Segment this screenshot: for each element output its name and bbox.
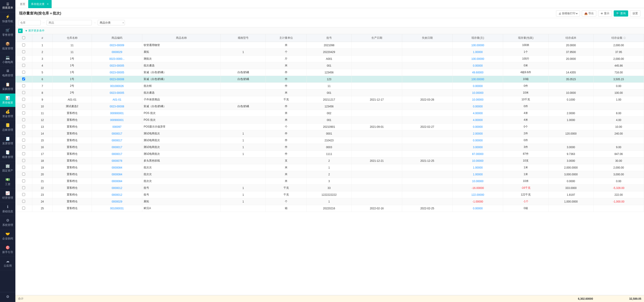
row-qty[interactable]: -16.00000 — [452, 185, 503, 191]
row-qty[interactable]: 87.00000 — [452, 151, 503, 158]
sidebar-item-retail[interactable]: 🛒 零售管理 — [0, 26, 16, 39]
sidebar-item-basic-info[interactable]: ℹ 基础信息 — [0, 202, 16, 216]
row-qty[interactable]: 1.00000 — [452, 171, 503, 178]
search-button[interactable]: 🔍 查询 — [614, 11, 628, 17]
row-checkbox[interactable] — [22, 44, 25, 46]
row-checkbox[interactable] — [22, 98, 25, 101]
row-checkbox[interactable] — [22, 132, 25, 135]
sidebar-item-fixed-assets[interactable]: 🏢 固定资产 — [0, 162, 16, 175]
row-qty[interactable]: 0.00000 — [452, 103, 503, 110]
row-qty[interactable]: 10.00000 — [452, 178, 503, 185]
row-sku[interactable]: 0023-00005 — [92, 69, 142, 76]
row-sku[interactable]: 0000078 — [92, 158, 142, 164]
sidebar-item-shortcut[interactable]: ⚡ 快捷导航 — [0, 12, 16, 26]
row-sku[interactable]: 0000017 — [92, 137, 142, 144]
row-qty[interactable]: 0.00000 — [452, 137, 503, 144]
select-all-checkbox[interactable] — [22, 36, 25, 39]
row-sku[interactable]: 0023-00005 — [92, 62, 142, 69]
row-qty[interactable]: 100.00000 — [452, 42, 503, 49]
row-sku[interactable]: 0000012 — [92, 185, 142, 191]
export-button[interactable]: 📤 导出 — [582, 11, 596, 17]
row-checkbox[interactable] — [22, 186, 25, 189]
row-sku[interactable]: 0000017 — [92, 144, 142, 151]
row-checkbox[interactable] — [22, 180, 25, 182]
row-qty[interactable]: 0.00000 — [452, 123, 503, 130]
row-qty[interactable]: -1.00000 — [452, 198, 503, 205]
row-sku[interactable]: 0023-00009 — [92, 42, 142, 49]
row-checkbox[interactable] — [22, 152, 25, 155]
sidebar-item-inventory[interactable]: 📊 库存核算 — [0, 94, 16, 107]
display-button[interactable]: 👁 显示 — [598, 11, 612, 17]
sidebar-item-system[interactable]: ⚙ 系统管理 — [0, 216, 16, 229]
row-checkbox[interactable] — [22, 118, 25, 121]
tab-inventory-batch[interactable]: 库存批次查 ✕ — [28, 0, 52, 8]
sidebar-item-small-ecom[interactable]: 💻 小额电商 — [0, 53, 16, 67]
row-checkbox[interactable] — [22, 125, 25, 128]
row-qty[interactable]: 10.00000 — [452, 158, 503, 164]
total-info-icon[interactable]: ⓘ — [624, 37, 626, 39]
row-checkbox[interactable] — [22, 111, 25, 114]
print-template-button[interactable]: 🖨 按模板打印 ▾ — [556, 11, 580, 17]
row-qty[interactable]: 0.00000 — [452, 83, 503, 89]
row-checkbox[interactable] — [22, 200, 25, 203]
row-sku[interactable]: 0000084 — [92, 178, 142, 185]
row-checkbox[interactable] — [22, 145, 25, 148]
row-sku[interactable]: 0000084 — [92, 171, 142, 178]
row-sku[interactable]: 0000017 — [92, 151, 142, 158]
sidebar-search[interactable]: ☰ 搜索菜单 — [0, 0, 16, 12]
sidebar-item-cloud[interactable]: ☁ 云应用 — [0, 257, 16, 270]
tab-home[interactable]: 首页 — [17, 0, 28, 8]
row-sku[interactable]: 0023-00005 — [92, 89, 142, 96]
row-qty[interactable]: 10.00000 — [452, 96, 503, 103]
row-sku[interactable]: 000900001 — [92, 110, 142, 117]
sidebar-item-ledger[interactable]: 📒 总账管理 — [0, 121, 16, 134]
row-qty[interactable]: 100.00000 — [452, 56, 503, 62]
row-checkbox[interactable] — [22, 64, 25, 67]
row-qty[interactable]: 4.00000 — [452, 117, 503, 123]
row-qty[interactable]: 0.00000 — [452, 62, 503, 69]
sidebar-item-ecom[interactable]: 🖥 电商管理 — [0, 67, 16, 80]
row-checkbox[interactable] — [22, 207, 25, 210]
product-input[interactable] — [46, 20, 92, 25]
tab-close-button[interactable]: ✕ — [46, 3, 49, 6]
row-sku[interactable]: 000900001 — [92, 117, 142, 123]
row-sku[interactable]: A01-01 — [92, 96, 142, 103]
sidebar-item-collab[interactable]: 🤝 企业协同 — [0, 229, 16, 243]
row-sku[interactable]: 001000026 — [92, 83, 142, 89]
row-sku[interactable]: 0023-0000... — [92, 56, 142, 62]
row-qty[interactable]: 49.60000 — [452, 69, 503, 76]
sidebar-settings[interactable]: ⚙ — [0, 292, 16, 302]
sidebar-item-purchase[interactable]: 📋 采购管理 — [0, 80, 16, 94]
row-qty[interactable]: 122.00000 — [452, 191, 503, 198]
row-qty[interactable]: 1.00000 — [452, 49, 503, 56]
sidebar-item-wholesale[interactable]: 📦 批发管理 — [0, 39, 16, 53]
row-qty[interactable]: 0.00000 — [452, 205, 503, 212]
sidebar-item-management[interactable]: 📈 经营管理 — [0, 189, 16, 202]
row-sku[interactable]: 0000017 — [92, 130, 142, 137]
row-sku[interactable]: 0000029 — [92, 49, 142, 56]
row-sku[interactable]: 0023-00008 — [92, 103, 142, 110]
category-select[interactable]: 商品分类 — [98, 20, 125, 25]
sidebar-item-tax[interactable]: 📑 税务管理 — [0, 148, 16, 162]
sidebar-item-invoice[interactable]: 🧾 发票管理 — [0, 134, 16, 148]
sidebar-item-finance[interactable]: 💰 资金管理 — [0, 107, 16, 121]
row-checkbox[interactable] — [22, 77, 25, 80]
row-checkbox[interactable] — [22, 139, 25, 141]
row-checkbox[interactable] — [22, 193, 25, 196]
row-qty[interactable]: 2.00000 — [452, 130, 503, 137]
row-checkbox[interactable] — [22, 173, 25, 176]
sidebar-item-guide[interactable]: 🎯 新手引导 — [0, 243, 16, 257]
row-checkbox[interactable] — [22, 105, 25, 108]
row-sku[interactable]: 0000012 — [92, 191, 142, 198]
row-checkbox[interactable] — [22, 84, 25, 87]
row-checkbox[interactable] — [22, 57, 25, 60]
row-qty[interactable]: 4.00000 — [452, 110, 503, 117]
sidebar-item-payroll[interactable]: 💵 工资 — [0, 175, 16, 189]
row-sku[interactable]: 0000029 — [92, 198, 142, 205]
row-sku[interactable]: 0023-00008 — [92, 76, 142, 83]
row-qty[interactable]: 100.00000 — [452, 76, 503, 83]
row-checkbox[interactable] — [22, 50, 25, 53]
row-checkbox[interactable] — [22, 71, 25, 74]
row-checkbox[interactable] — [22, 91, 25, 94]
row-sku[interactable]: 001000031 — [92, 205, 142, 212]
